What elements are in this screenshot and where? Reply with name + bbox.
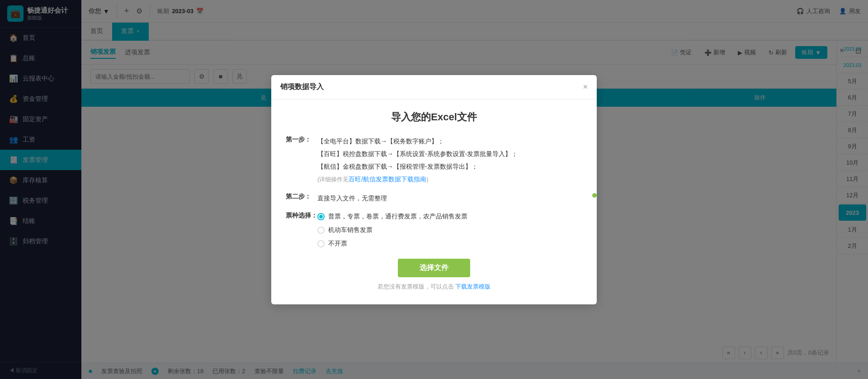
- select-file-btn[interactable]: 选择文件: [398, 259, 470, 277]
- ticket-label: 票种选择：: [286, 212, 317, 220]
- step1-tip-suffix: ): [426, 176, 428, 183]
- radio-no[interactable]: 不开票: [317, 240, 467, 248]
- radio-no-circle: [317, 240, 325, 247]
- radio-normal-label: 普票，专票，卷票，通行费发票，农产品销售发票: [328, 213, 467, 221]
- modal-title: 销项数据导入: [280, 82, 324, 92]
- step1-content: 【全电平台】数据下载→【税务数字账户】； 【百旺】税控盘数据下载→【系统设置-系…: [317, 135, 518, 185]
- footer-link[interactable]: 下载发票模版: [455, 283, 491, 290]
- radio-normal[interactable]: 普票，专票，卷票，通行费发票，农产品销售发票: [317, 213, 467, 221]
- modal-close-btn[interactable]: ×: [583, 83, 588, 91]
- radio-normal-circle: [317, 213, 325, 220]
- radio-group: 普票，专票，卷票，通行费发票，农产品销售发票 机动车销售发票 不开票: [317, 213, 467, 248]
- step1-row: 第一步： 【全电平台】数据下载→【税务数字账户】； 【百旺】税控盘数据下载→【系…: [286, 135, 582, 185]
- step1-link[interactable]: 百旺/航信发票数据下载指南: [349, 175, 426, 183]
- step2-row: 第二步： 直接导入文件，无需整理: [286, 192, 582, 204]
- modal-overlay[interactable]: 销项数据导入 × 导入您的Excel文件 第一步： 【全电平台】数据下载→【税务…: [0, 0, 868, 379]
- footer-tip-text: 若您没有发票模版，可以点击: [377, 283, 454, 290]
- step2-text: 直接导入文件，无需整理: [317, 194, 387, 202]
- tooltip-dot-left: [592, 193, 597, 198]
- step1-link-wrap: (详细操作见百旺/航信发票数据下载指南): [317, 173, 518, 185]
- radio-car-label: 机动车销售发票: [328, 226, 373, 234]
- tooltip-wrapper: × 现在支持的票种多了，导入发票时别忘了选择正确的发票类型呀!: [592, 180, 597, 210]
- modal-body: 导入您的Excel文件 第一步： 【全电平台】数据下载→【税务数字账户】； 【百…: [271, 99, 597, 304]
- ticket-row: 票种选择： 普票，专票，卷票，通行费发票，农产品销售发票 机动车销售发票: [286, 211, 582, 248]
- tooltip-row: × 现在支持的票种多了，导入发票时别忘了选择正确的发票类型呀!: [592, 180, 597, 210]
- radio-normal-inner: [319, 215, 323, 218]
- tooltip-line: [592, 195, 597, 196]
- step1-tip-prefix: (详细操作见: [317, 176, 349, 183]
- step1-line3: 【航信】金税盘数据下载→【报税管理-发票数据导出】；: [317, 160, 518, 173]
- radio-car-circle: [317, 227, 325, 234]
- step1-label: 第一步：: [286, 136, 317, 185]
- modal-footer-tip: 若您没有发票模版，可以点击 下载发票模版: [286, 283, 582, 291]
- modal: 销项数据导入 × 导入您的Excel文件 第一步： 【全电平台】数据下载→【税务…: [271, 75, 597, 304]
- radio-car[interactable]: 机动车销售发票: [317, 226, 467, 234]
- step1-line1: 【全电平台】数据下载→【税务数字账户】；: [317, 135, 518, 147]
- step2-label: 第二步：: [286, 193, 317, 204]
- radio-no-label: 不开票: [328, 240, 347, 248]
- step1-line2: 【百旺】税控盘数据下载→【系统设置-系统参数设置-发票批量导入】；: [317, 147, 518, 160]
- modal-main-title: 导入您的Excel文件: [286, 110, 582, 124]
- modal-header: 销项数据导入 ×: [271, 75, 597, 99]
- step2-content: 直接导入文件，无需整理: [317, 192, 387, 204]
